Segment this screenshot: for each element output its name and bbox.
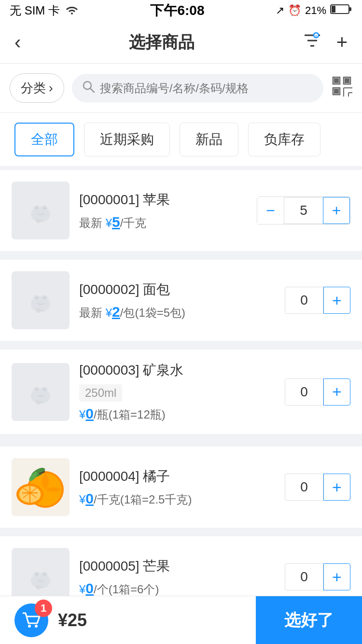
svg-point-36: [43, 388, 46, 391]
tab-negative[interactable]: 负库存: [248, 123, 320, 156]
nav-bar: ‹ 选择商品 + +: [0, 21, 362, 64]
search-input-wrap: [72, 74, 323, 102]
add-icon[interactable]: +: [336, 31, 348, 53]
product-name: [0000002] 面包: [79, 280, 275, 299]
increase-button[interactable]: +: [323, 474, 350, 501]
svg-rect-1: [349, 7, 351, 11]
product-thumbnail: [12, 458, 70, 516]
cart-total: ¥25: [58, 610, 87, 630]
status-bar: 无 SIM 卡 下午6:08 ↗ ⏰ 21%: [0, 0, 362, 21]
svg-point-24: [43, 207, 46, 210]
decrease-button[interactable]: −: [257, 197, 284, 224]
product-price: ¥0/千克(1箱=2.5千克): [79, 490, 275, 507]
category-label: 分类: [21, 80, 46, 97]
signal-text: 无 SIM 卡: [10, 3, 60, 18]
product-name: [0000004] 橘子: [79, 467, 275, 486]
category-button[interactable]: 分类 ›: [10, 73, 64, 103]
back-button[interactable]: ‹: [14, 31, 21, 53]
quantity-input[interactable]: [285, 563, 323, 590]
quantity-control: − +: [257, 196, 350, 224]
cart-icon-button[interactable]: 1: [14, 603, 48, 637]
status-right: ↗ ⏰ 21%: [276, 3, 352, 18]
battery-text: 21%: [305, 4, 326, 17]
product-actions: +: [285, 378, 350, 406]
svg-text:智+: 智+: [36, 218, 43, 224]
category-arrow: ›: [49, 81, 53, 96]
quantity-input[interactable]: [285, 378, 323, 406]
product-thumbnail: 智+: [12, 182, 70, 239]
confirm-button[interactable]: 选好了: [256, 596, 362, 644]
product-thumbnail: 智+: [12, 271, 70, 329]
product-info: [0000004] 橘子 ¥0/千克(1箱=2.5千克): [79, 467, 275, 507]
product-spec: 250ml: [79, 384, 122, 402]
svg-point-55: [43, 573, 46, 576]
tab-new[interactable]: 新品: [180, 123, 238, 156]
quantity-input[interactable]: [285, 287, 323, 314]
svg-point-35: [35, 388, 38, 391]
battery-icon: [330, 3, 352, 18]
product-info: [0000005] 芒果 ¥0/个(1箱=6个): [79, 557, 275, 597]
product-name: [0000005] 芒果: [79, 557, 275, 575]
increase-button[interactable]: +: [323, 287, 350, 314]
svg-text:智+: 智+: [36, 400, 43, 405]
svg-text:+: +: [315, 34, 317, 38]
svg-text:智+: 智+: [36, 585, 43, 590]
product-info: [0000003] 矿泉水 250ml ¥0/瓶(1箱=12瓶): [79, 361, 275, 422]
cart-badge: 1: [35, 600, 52, 617]
status-time: 下午6:08: [150, 1, 204, 20]
svg-point-69: [28, 625, 31, 628]
product-actions: +: [285, 563, 350, 590]
wifi-icon: [65, 4, 79, 17]
svg-rect-14: [345, 78, 349, 83]
cart-section: 1 ¥25: [0, 603, 256, 637]
product-thumbnail: 智+: [12, 363, 70, 421]
scan-icon[interactable]: [331, 75, 352, 101]
product-item: [0000004] 橘子 ¥0/千克(1箱=2.5千克) +: [0, 447, 362, 528]
svg-text:智+: 智+: [36, 308, 43, 313]
increase-button[interactable]: +: [323, 378, 350, 406]
svg-rect-15: [334, 89, 339, 94]
svg-line-9: [90, 88, 94, 92]
search-icon: [82, 80, 95, 97]
product-item: 智+ [0000003] 矿泉水 250ml ¥0/瓶(1箱=12瓶) +: [0, 350, 362, 434]
svg-rect-2: [332, 6, 335, 13]
product-price: ¥0/个(1箱=6个): [79, 580, 275, 597]
product-price: 最新 ¥5/千克: [79, 214, 247, 231]
product-actions: − +: [257, 196, 350, 224]
tab-all[interactable]: 全部: [14, 123, 74, 156]
product-price: 最新 ¥2/包(1袋=5包): [79, 304, 275, 321]
tab-bar: 全部 近期采购 新品 负库存: [0, 113, 362, 170]
status-left: 无 SIM 卡: [10, 3, 79, 18]
svg-rect-13: [334, 78, 339, 83]
bottom-bar: 1 ¥25 选好了: [0, 596, 362, 644]
product-actions: +: [285, 287, 350, 314]
svg-point-70: [35, 625, 38, 628]
product-item: 智+ [0000002] 面包 最新 ¥2/包(1袋=5包) +: [0, 260, 362, 341]
quantity-input[interactable]: [284, 197, 323, 224]
svg-point-54: [35, 573, 38, 576]
product-price: ¥0/瓶(1箱=12瓶): [79, 406, 275, 422]
product-name: [0000001] 苹果: [79, 191, 247, 209]
svg-point-23: [35, 207, 38, 210]
product-item: 智+ [0000001] 苹果 最新 ¥5/千克 − +: [0, 170, 362, 251]
quantity-input[interactable]: [285, 474, 323, 501]
product-actions: +: [285, 474, 350, 501]
nav-icons: + +: [303, 31, 348, 53]
search-input[interactable]: [100, 82, 314, 95]
product-info: [0000001] 苹果 最新 ¥5/千克: [79, 191, 247, 231]
increase-button[interactable]: +: [323, 563, 350, 590]
location-icon: ↗: [276, 4, 284, 17]
svg-point-29: [35, 296, 38, 299]
search-bar: 分类 ›: [0, 64, 362, 113]
tab-recent[interactable]: 近期采购: [84, 123, 170, 156]
product-name: [0000003] 矿泉水: [79, 361, 275, 379]
page-title: 选择商品: [129, 31, 195, 54]
product-list: 智+ [0000001] 苹果 最新 ¥5/千克 − +: [0, 170, 362, 644]
product-info: [0000002] 面包 最新 ¥2/包(1袋=5包): [79, 280, 275, 321]
svg-point-30: [43, 296, 46, 299]
alarm-icon: ⏰: [288, 4, 301, 17]
increase-button[interactable]: +: [323, 197, 350, 224]
filter-icon[interactable]: +: [303, 32, 322, 52]
